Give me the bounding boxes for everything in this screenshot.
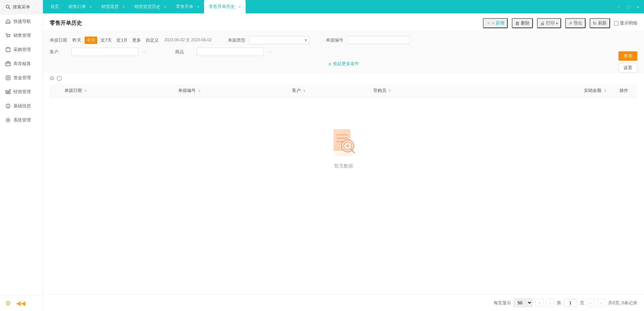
sidebar-item-purchase-mgmt[interactable]: 采购管理 [0, 43, 43, 57]
delete-icon: 🗑 [515, 21, 519, 26]
tab-bar: 首页 销售订单 ✕ 销货退货 ✕ 销货退货历史 ✕ 零售开单 ✕ 零售开单历史 … [43, 0, 644, 13]
goods-input[interactable] [197, 48, 264, 56]
svg-line-1 [9, 8, 10, 9]
total-info: 共0页, 0条记录 [608, 300, 637, 306]
number-filter-label: 单据编号 [326, 37, 345, 43]
th-date[interactable]: 单据日期 ⇅ [60, 84, 174, 97]
svg-rect-10 [9, 90, 10, 94]
show-detail-checkbox-label[interactable]: 显示明细 [614, 20, 637, 26]
show-detail-checkbox[interactable] [614, 21, 618, 25]
customer-input[interactable] [71, 48, 138, 56]
date-opt-7days[interactable]: 近7天 [99, 37, 113, 44]
tab-close-icon[interactable]: ✕ [238, 5, 241, 9]
inventory-icon [5, 61, 11, 67]
empty-text: 暂无数据 [334, 163, 353, 169]
purchase-icon [5, 47, 11, 53]
sidebar-item-inventory[interactable]: 库存核算 [0, 57, 43, 71]
customer-filter-group: 客户 ··· [50, 48, 146, 56]
query-button[interactable]: 查询 [618, 51, 637, 61]
collapse-button[interactable]: ∧ 收起更多条件 [327, 59, 360, 68]
info-icon [5, 103, 11, 109]
collapse-icon[interactable]: ◀◀ [16, 300, 26, 307]
new-button[interactable]: ＋ + 新增 [483, 18, 508, 28]
sort-icon-salesperson: ⇅ [388, 89, 391, 93]
table-toolbar: ⚙ [50, 72, 637, 84]
settings-button[interactable]: 设置 [618, 63, 637, 73]
window-maximize[interactable]: □ [626, 4, 632, 9]
svg-rect-8 [6, 90, 7, 94]
filter-area: 单据日期 昨天 今天 近7天 近1月 更多 自定义 2023-06-02 至 2… [43, 32, 644, 72]
th-amount[interactable]: 实销金额 ⇅ [497, 84, 610, 97]
sidebar-search[interactable]: 搜索采单 [0, 0, 43, 14]
sidebar-item-label: 基础信息 [13, 103, 31, 109]
next-page-button[interactable]: › [587, 299, 594, 307]
refresh-icon: ↻ [593, 21, 597, 26]
print-button[interactable]: 🖨 打印 ▾ [537, 18, 561, 28]
svg-point-14 [7, 119, 9, 121]
number-input[interactable] [347, 36, 410, 44]
sidebar-item-quick-nav[interactable]: 快捷导航 [0, 14, 43, 29]
last-page-button[interactable]: » [597, 299, 605, 307]
th-number[interactable]: 单据编号 ⇅ [174, 84, 288, 97]
main-area: 首页 销售订单 ✕ 销货退货 ✕ 销货退货历史 ✕ 零售开单 ✕ 零售开单历史 … [43, 0, 644, 311]
window-close[interactable]: × [635, 4, 641, 9]
tab-close-icon[interactable]: ✕ [164, 5, 166, 9]
tab-close-icon[interactable]: ✕ [89, 5, 92, 9]
table-settings-icon[interactable]: ⚙ [50, 75, 54, 82]
th-salesperson[interactable]: 导购员 ⇅ [369, 84, 466, 97]
tab-retail-order[interactable]: 零售开单 ✕ [171, 0, 204, 13]
date-opt-1month[interactable]: 近1月 [115, 37, 129, 44]
svg-point-3 [9, 37, 10, 38]
settings-bottom-icon[interactable]: ⚙ [5, 300, 11, 307]
tab-home[interactable]: 首页 [46, 0, 64, 13]
per-page-select[interactable]: 50 10 20 100 [514, 299, 533, 307]
sidebar-item-label: 销售管理 [13, 33, 31, 39]
select-all-checkbox[interactable] [57, 76, 61, 81]
sidebar-item-sales-mgmt[interactable]: 销售管理 [0, 29, 43, 43]
sidebar-item-basic-info[interactable]: 基础信息 [0, 99, 43, 113]
export-icon: ↗ [568, 21, 572, 26]
svg-point-2 [7, 37, 8, 38]
sidebar-item-label: 库存核算 [13, 61, 31, 67]
th-customer[interactable]: 客户 ⇅ [288, 84, 369, 97]
customer-ellipsis[interactable]: ··· [142, 50, 146, 54]
goods-ellipsis[interactable]: ··· [268, 50, 271, 54]
sidebar-item-finance[interactable]: 资金管理 [0, 71, 43, 85]
filter-row-2: 客户 ··· 商品 ··· [50, 48, 637, 56]
svg-point-15 [334, 152, 354, 156]
date-opt-more[interactable]: 更多 [131, 37, 142, 44]
first-page-button[interactable]: « [535, 299, 544, 307]
tab-close-icon[interactable]: ✕ [197, 5, 199, 9]
window-minimize[interactable]: － [614, 4, 623, 10]
per-page-label: 每页显示 [494, 300, 511, 306]
tab-sales-return[interactable]: 销货退货 ✕ [97, 0, 130, 13]
current-page-input[interactable] [564, 299, 577, 307]
number-filter-group: 单据编号 [326, 36, 410, 44]
date-opt-today[interactable]: 今天 [85, 37, 97, 44]
tab-label: 销售订单 [68, 4, 86, 10]
refresh-button[interactable]: ↻ 刷新 [590, 18, 610, 28]
svg-rect-5 [6, 62, 10, 66]
delete-button[interactable]: 🗑 删除 [512, 18, 533, 28]
tab-close-icon[interactable]: ✕ [122, 5, 125, 9]
date-opt-custom[interactable]: 自定义 [144, 37, 160, 44]
tab-sales-return-history[interactable]: 销货退货历史 ✕ [130, 0, 171, 13]
tab-retail-order-history[interactable]: 零售开单历史 ✕ [204, 0, 246, 13]
collapse-up-icon: ∧ [328, 61, 332, 66]
date-opt-yesterday[interactable]: 昨天 [71, 37, 83, 44]
sidebar: 搜索采单 快捷导航 销售管理 采购管理 [0, 0, 43, 311]
export-button[interactable]: ↗ 导出 [565, 18, 586, 28]
page-suffix: 页 [580, 300, 584, 306]
sidebar-item-operations[interactable]: 经营管理 [0, 85, 43, 99]
svg-rect-4 [6, 48, 10, 52]
goods-filter-label: 商品 [175, 49, 194, 55]
prev-page-button[interactable]: ‹ [546, 299, 554, 307]
tab-label: 销货退货 [101, 4, 119, 10]
type-select[interactable] [249, 36, 310, 44]
type-filter-group: 单据类型 [228, 36, 310, 44]
table-area: ⚙ 单据日期 ⇅ 单据编号 ⇅ [43, 72, 644, 294]
tab-sales-order[interactable]: 销售订单 ✕ [64, 0, 97, 13]
search-icon [5, 4, 11, 10]
sidebar-item-system-mgmt[interactable]: 系统管理 [0, 113, 43, 127]
type-select-wrap [249, 36, 310, 44]
